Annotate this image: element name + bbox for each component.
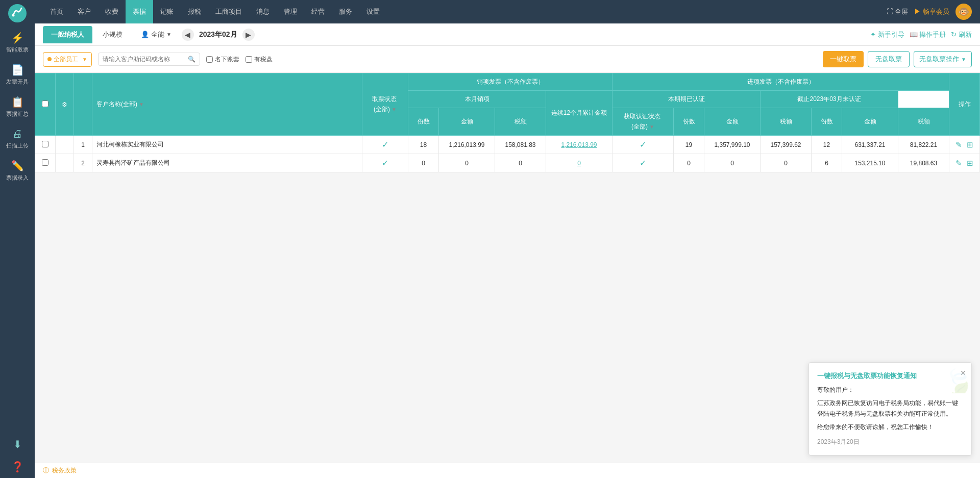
app-logo[interactable]: [0, 0, 35, 27]
tax-policy-link[interactable]: 税务政策: [52, 466, 77, 475]
search-input[interactable]: [103, 56, 186, 63]
dropdown-chevron: ▼: [82, 57, 87, 62]
th-purchase-period: 本期期已认证: [612, 91, 761, 108]
notif-date: 2023年3月20日: [817, 437, 963, 448]
cumulative-link[interactable]: 1,216,013.99: [561, 141, 597, 148]
search-icon[interactable]: 🔍: [188, 56, 195, 63]
customer-filter-icon[interactable]: ▼: [139, 102, 144, 107]
scan-upload-icon: 🖨: [12, 128, 22, 140]
nav-bookkeeping[interactable]: 记账: [153, 0, 181, 23]
nav-operation[interactable]: 经营: [304, 0, 332, 23]
sidebar-item-smart-fetch[interactable]: ⚡ 智能取票: [0, 27, 35, 59]
no-disk-fetch-btn[interactable]: 无盘取票: [868, 51, 910, 67]
topnav-right: ⛶ 全屏 ▶ 畅享会员 🐵: [887, 4, 972, 20]
sidebar-item-download[interactable]: ⬇: [0, 433, 35, 456]
nav-invoice[interactable]: 票据: [126, 0, 153, 23]
th-purchase-group: 进项发票（不含作废票）: [612, 73, 949, 91]
row-sales-cumulative: 1,216,013.99: [546, 136, 612, 154]
svg-point-0: [8, 4, 27, 22]
sidebar-item-invoice-summary[interactable]: 📋 票据汇总: [0, 91, 35, 123]
row-checkbox-cell[interactable]: [35, 136, 56, 154]
detail-icon[interactable]: ⊞: [967, 140, 973, 149]
row-checkbox[interactable]: [42, 159, 48, 166]
dropdown-arrow-icon: ▼: [961, 57, 966, 62]
nav-manage[interactable]: 管理: [277, 0, 304, 23]
row-actions: ✎ ⊞: [949, 154, 980, 172]
cumulative-link[interactable]: 0: [577, 160, 581, 167]
sidebar-item-data-entry[interactable]: ✏️ 票据录入: [0, 155, 35, 187]
employee-selector[interactable]: 全部员工 ▼: [43, 52, 92, 67]
notification-popup: ✕ 🍃 一键报税与无盘取票功能恢复通知 尊敬的用户： 江苏政务网已恢复访问电子税…: [808, 362, 972, 456]
invoice-table-wrap: ⚙ 客户名称(全部) ▼ 取票状态 (全部) ▼: [35, 73, 980, 172]
row-sales-count: 0: [408, 154, 439, 172]
row-settings-cell: [56, 136, 74, 154]
row-unauth-amount: 153,215.10: [842, 154, 898, 172]
check-account-label[interactable]: 名下账套: [206, 55, 239, 64]
edit-icon[interactable]: ✎: [955, 140, 962, 149]
cert-status-filter[interactable]: ▼: [649, 124, 654, 130]
help-icon: ❓: [11, 461, 24, 473]
user-avatar[interactable]: 🐵: [955, 4, 972, 20]
row-cert-status: ✓: [612, 136, 674, 154]
th-cert-status: 获取认证状态 (全部) ▼: [612, 108, 674, 136]
row-unauth-tax: 81,822.21: [898, 136, 949, 154]
nav-settings[interactable]: 设置: [359, 0, 387, 23]
subtab-general[interactable]: 一般纳税人: [43, 26, 92, 43]
th-unauth-count: 份数: [812, 108, 842, 136]
data-entry-icon: ✏️: [11, 160, 24, 172]
row-unauth-tax: 19,808.63: [898, 154, 949, 172]
member-btn[interactable]: ▶ 畅享会员: [914, 7, 949, 16]
check-account-checkbox[interactable]: [206, 56, 213, 63]
refresh-btn[interactable]: ↻ 刷新: [951, 30, 972, 39]
no-disk-ops-btn[interactable]: 无盘取票操作 ▼: [914, 51, 972, 67]
row-sales-cumulative: 0: [546, 154, 612, 172]
nav-message[interactable]: 消息: [249, 0, 277, 23]
orange-dot-icon: [47, 57, 52, 61]
th-sales-group: 销项发票（不含作废票）: [408, 73, 612, 91]
toolbar: 全部员工 ▼ 🔍 名下账套 有税盘 一键取票 无盘取票 无盘取票操作 ▼: [35, 46, 980, 73]
fullscreen-btn[interactable]: ⛶ 全屏: [887, 7, 909, 16]
fetch-status-filter[interactable]: ▼: [391, 107, 397, 112]
settings-icon[interactable]: ⚙: [62, 101, 67, 108]
row-checkbox-cell[interactable]: [35, 154, 56, 172]
row-actions: ✎ ⊞: [949, 136, 980, 154]
notif-content-2: 江苏政务网已恢复访问电子税务局功能，易代账一键登陆电子税务局与无盘取票相关功能可…: [817, 398, 963, 420]
person-icon: 👤: [141, 31, 149, 38]
new-guide-link[interactable]: ✦ 新手引导: [870, 30, 904, 39]
sidebar-item-help[interactable]: ❓: [0, 456, 35, 478]
nav-home[interactable]: 首页: [43, 0, 70, 23]
sidebar-item-issue-invoice[interactable]: 📄 发票开具: [0, 59, 35, 91]
next-month-btn[interactable]: ▶: [242, 29, 255, 41]
row-sales-count: 18: [408, 136, 439, 154]
has-tax-disk-checkbox[interactable]: [246, 56, 252, 63]
row-purchase-amount: 0: [704, 154, 761, 172]
notif-close-btn[interactable]: ✕: [960, 367, 966, 380]
nav-revenue[interactable]: 收费: [98, 0, 126, 23]
row-purchase-count: 19: [674, 136, 704, 154]
subtabs-bar: 一般纳税人 小规模 👤 全能 ▼ ◀ 2023年02月 ▶ ✦ 新手引导 📖 操…: [35, 23, 980, 46]
nav-business[interactable]: 工商项目: [208, 0, 249, 23]
prev-month-btn[interactable]: ◀: [182, 29, 194, 41]
subtab-all[interactable]: 👤 全能 ▼: [133, 26, 180, 43]
search-box[interactable]: 🔍: [98, 53, 200, 66]
one-click-fetch-btn[interactable]: 一键取票: [823, 51, 864, 67]
row-cert-status: ✓: [612, 154, 674, 172]
detail-icon[interactable]: ⊞: [967, 159, 973, 167]
row-purchase-count: 0: [674, 154, 704, 172]
select-all-checkbox[interactable]: [42, 100, 48, 107]
row-checkbox[interactable]: [42, 141, 48, 147]
nav-tax[interactable]: 报税: [181, 0, 208, 23]
manual-link[interactable]: 📖 操作手册: [910, 30, 946, 39]
nav-service[interactable]: 服务: [332, 0, 359, 23]
cert-status-icon: ✓: [640, 140, 646, 149]
has-tax-disk-label[interactable]: 有税盘: [246, 55, 273, 64]
sidebar-item-scan-upload[interactable]: 🖨 扫描上传: [0, 123, 35, 155]
nav-customer[interactable]: 客户: [70, 0, 98, 23]
table-row: 2 灵寿县尚泽矿产品有限公司 ✓ 0 0 0 0 ✓ 0 0 0 6 153,2…: [35, 154, 980, 172]
th-purchase-amount: 金额: [704, 108, 761, 136]
th-sales-month: 本月销项: [408, 91, 546, 108]
row-fetch-status: ✓: [362, 136, 408, 154]
notif-content-1: 尊敬的用户：: [817, 385, 963, 396]
subtab-small[interactable]: 小规模: [94, 26, 131, 43]
edit-icon[interactable]: ✎: [955, 159, 962, 167]
